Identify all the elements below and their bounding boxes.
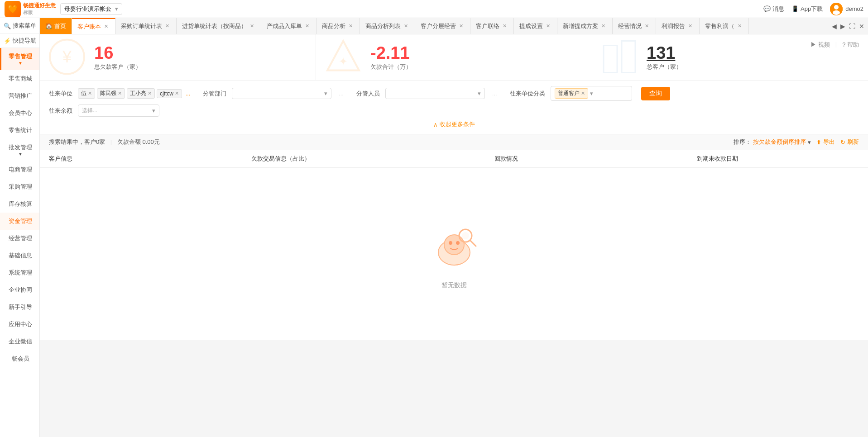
filter-more-btn[interactable]: ... xyxy=(184,90,192,98)
results-summary: 搜索结果中，客户0家 | 欠款金额 0.00元 xyxy=(49,138,160,146)
user-menu[interactable]: demo2 xyxy=(830,3,863,15)
col-header-date: 到期未收款日期 xyxy=(697,155,859,163)
svg-point-15 xyxy=(462,232,469,239)
sidebar-item-app-center[interactable]: 应用中心 xyxy=(0,316,39,333)
video-help-btn[interactable]: ▶ 视频 xyxy=(810,41,830,49)
tab-purchase-order[interactable]: 采购订单统计表 ✕ xyxy=(115,18,177,34)
sidebar-item-new-guide[interactable]: 新手引导 xyxy=(0,299,39,316)
sidebar-item-purchase-mgmt[interactable]: 采购管理 xyxy=(0,178,39,195)
tab-cost-inbound[interactable]: 产成品入库单 ✕ xyxy=(261,18,317,34)
filter-tag-cjttcw: cjttcw ✕ xyxy=(157,89,182,98)
sidebar-item-inventory[interactable]: 库存核算 xyxy=(0,195,39,213)
help-actions: ▶ 视频 | ? 帮助 xyxy=(810,41,859,49)
play-icon: ▶ xyxy=(810,41,816,48)
tab-close-operation-report[interactable]: ✕ xyxy=(643,23,650,29)
tab-close-inbound-stats[interactable]: ✕ xyxy=(249,23,255,29)
tab-maximize[interactable]: ⛶ xyxy=(849,23,855,30)
sort-selector[interactable]: 排序： 按欠款金额倒序排序 ▾ xyxy=(734,138,811,146)
unit-class-dropdown[interactable]: 普通客户 ✕ ▾ xyxy=(551,86,632,101)
remove-tag-chen[interactable]: ✕ xyxy=(118,90,122,96)
tab-close-reminder-settings[interactable]: ✕ xyxy=(545,23,551,29)
remove-tag-wang[interactable]: ✕ xyxy=(148,90,152,96)
dept-filter-label: 分管部门 xyxy=(203,90,226,98)
query-button[interactable]: 查询 xyxy=(641,87,670,100)
balance-dropdown[interactable]: 选择... ▾ xyxy=(78,104,159,117)
tab-inbound-stats[interactable]: 进货单统计表（按商品） ✕ xyxy=(177,18,261,34)
tab-close-profit-report[interactable]: ✕ xyxy=(687,23,694,29)
export-icon: ⬆ xyxy=(816,139,821,146)
svg-text:✦: ✦ xyxy=(339,55,348,67)
svg-point-11 xyxy=(449,241,452,245)
unit-tags: 伍 ✕ 陈民强 ✕ 王小亮 ✕ cjttcw ✕ xyxy=(78,88,192,99)
sidebar-item-finance-mgmt[interactable]: 资金管理 xyxy=(0,213,39,230)
remove-tag-wu[interactable]: ✕ xyxy=(88,90,92,96)
sidebar-item-operation-mgmt[interactable]: 经营管理 xyxy=(0,230,39,247)
tab-retail-profit[interactable]: 零售利润（ ✕ xyxy=(700,18,749,34)
sidebar-item-wholesale-mgmt[interactable]: 批发管理 ▼ xyxy=(0,139,39,161)
tab-close-product-analysis[interactable]: ✕ xyxy=(347,23,354,29)
sidebar-item-member-vip[interactable]: 畅会员 xyxy=(0,350,39,367)
app-download-btn[interactable]: 📱 App下载 xyxy=(791,5,823,13)
tab-product-analysis[interactable]: 商品分析 ✕ xyxy=(317,18,360,34)
sidebar-item-enterprise-collab[interactable]: 企业协同 xyxy=(0,281,39,299)
dept-dropdown[interactable]: ▾ xyxy=(232,88,331,99)
tab-close-new-incentive[interactable]: ✕ xyxy=(600,23,607,29)
results-bar: 搜索结果中，客户0家 | 欠款金额 0.00元 排序： 按欠款金额倒序排序 ▾ … xyxy=(40,134,868,150)
tab-customer-contact[interactable]: 客户联络 ✕ xyxy=(470,18,514,34)
sidebar-item-basic-info[interactable]: 基础信息 xyxy=(0,247,39,264)
svg-text:¥: ¥ xyxy=(62,47,72,66)
chevron-down-icon: ▼ xyxy=(18,152,23,157)
sidebar-item-enterprise-wechat[interactable]: 企业微信 xyxy=(0,333,39,350)
unit-class-tag: 普通客户 ✕ xyxy=(555,88,588,99)
tab-profit-report[interactable]: 利润报告 ✕ xyxy=(656,18,700,34)
sidebar-item-sys-mgmt[interactable]: 系统管理 xyxy=(0,264,39,281)
tab-close-product-analysis-list[interactable]: ✕ xyxy=(403,23,409,29)
sidebar-item-retail-mall[interactable]: 零售商城 xyxy=(0,70,39,87)
chevron-icon: ▼ xyxy=(18,61,23,66)
tab-close-customer-book[interactable]: ✕ xyxy=(103,23,110,30)
tab-operation-report[interactable]: 经营情况 ✕ xyxy=(613,18,656,34)
tab-close-all[interactable]: ✕ xyxy=(859,23,864,30)
tab-close-purchase-order[interactable]: ✕ xyxy=(164,23,171,29)
top-bar: 🧡 畅捷通好生意 标版 母婴行业演示帐套 ▾ 💬 消息 📱 App下载 demo… xyxy=(0,0,868,18)
export-btn[interactable]: ⬆ 导出 xyxy=(816,138,835,146)
message-btn[interactable]: 💬 消息 xyxy=(763,5,784,13)
tab-product-analysis-list[interactable]: 商品分析列表 ✕ xyxy=(360,18,415,34)
sidebar-search[interactable]: 🔍 搜索菜单 xyxy=(0,18,39,34)
remove-tag-cjttcw[interactable]: ✕ xyxy=(175,90,179,96)
tab-close-customer-contact[interactable]: ✕ xyxy=(501,23,508,29)
chevron-down-icon: ▾ xyxy=(115,5,118,12)
tab-close-cost-inbound[interactable]: ✕ xyxy=(304,23,311,29)
tab-close-retail-profit[interactable]: ✕ xyxy=(736,23,743,29)
col-header-debt: 欠款交易信息（占比） xyxy=(251,155,494,163)
tab-scroll-left[interactable]: ◀ xyxy=(832,23,837,30)
svg-point-10 xyxy=(444,235,464,255)
tab-new-incentive[interactable]: 新增提成方案 ✕ xyxy=(557,18,613,34)
tab-customer-book[interactable]: 客户账本 ✕ xyxy=(72,18,115,34)
quick-nav[interactable]: ⚡ 快捷导航 xyxy=(0,34,39,48)
tab-close-customer-segment[interactable]: ✕ xyxy=(458,23,465,29)
filter-row-2: 往来余额 选择... ▾ xyxy=(49,104,859,117)
sidebar-item-ecom-mgmt[interactable]: 电商管理 xyxy=(0,161,39,178)
sidebar-item-member[interactable]: 会员中心 xyxy=(0,104,39,122)
stat-total-debtors: ¥ 16 总欠款客户（家） xyxy=(40,34,316,80)
remove-unit-class[interactable]: ✕ xyxy=(581,90,585,96)
tab-scroll-right[interactable]: ▶ xyxy=(840,23,845,30)
person-dropdown[interactable]: ▾ xyxy=(385,88,485,99)
tenant-selector[interactable]: 母婴行业演示帐套 ▾ xyxy=(60,3,122,15)
help-btn[interactable]: ? 帮助 xyxy=(842,41,859,49)
empty-state: 暂无数据 xyxy=(40,168,868,340)
sidebar-item-retail-stats[interactable]: 零售统计 xyxy=(0,122,39,139)
username-label: demo2 xyxy=(845,5,863,12)
sidebar-item-retail-mgmt[interactable]: 零售管理 ▼ xyxy=(0,48,39,70)
unit-class-label: 往来单位分类 xyxy=(510,90,545,98)
tab-reminder-settings[interactable]: 提成设置 ✕ xyxy=(514,18,557,34)
logo: 🧡 畅捷通好生意 标版 xyxy=(5,1,56,17)
search-menu-label: 搜索菜单 xyxy=(13,22,36,30)
tab-home[interactable]: 🏠 首页 xyxy=(40,18,72,34)
tab-customer-segment[interactable]: 客户分层经营 ✕ xyxy=(415,18,470,34)
balance-dropdown-arrow: ▾ xyxy=(152,107,155,114)
sidebar-item-marketing[interactable]: 营销推广 xyxy=(0,87,39,104)
collapse-filters-btn[interactable]: ∧ 收起更多条件 xyxy=(433,120,475,128)
refresh-btn[interactable]: ↻ 刷新 xyxy=(840,138,859,146)
